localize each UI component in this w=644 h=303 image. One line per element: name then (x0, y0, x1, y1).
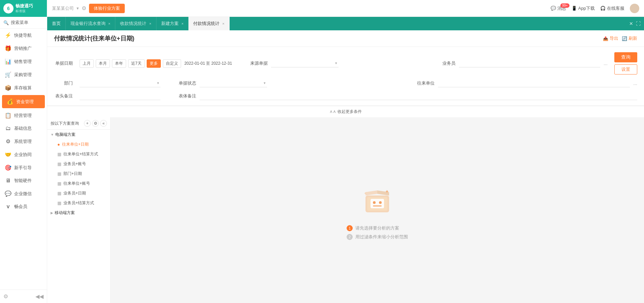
close-all-tabs-icon[interactable]: ✕ (629, 21, 633, 26)
salesman-ellipsis[interactable]: ... (604, 61, 608, 66)
scheme-item-counterpart-settle[interactable]: ▦ 往来单位+结算方式 (47, 149, 110, 159)
tab-bank-flow[interactable]: 现金银行流水查询 × (66, 17, 115, 30)
nav-icon-operations: 📋 (5, 112, 11, 119)
dept-select-wrapper: ▾ (80, 79, 160, 87)
counterpart-input[interactable] (438, 79, 630, 87)
logo-text-group: 畅捷通巧 标准版 (16, 3, 33, 14)
scheme-group-mobile[interactable]: ▶ 移动端方案 (47, 208, 110, 218)
industry-plan-button[interactable]: 体验行业方案 (89, 4, 125, 13)
tab-home[interactable]: 首页 (47, 17, 66, 30)
scheme-item-salesman-account[interactable]: ▦ 业务员+账号 (47, 159, 110, 169)
table-head-note-input[interactable] (80, 92, 160, 100)
refresh-button[interactable]: 🔄 刷新 (622, 35, 637, 41)
sidebar-search[interactable]: 🔍 搜索菜单 (0, 17, 47, 29)
sidebar-item-wechat[interactable]: 💬 企业微信 (0, 187, 47, 200)
export-button[interactable]: 📤 导出 (603, 35, 618, 41)
query-button[interactable]: 查询 (614, 52, 637, 62)
online-service-button[interactable]: 🎧 在线客服 (600, 5, 624, 11)
scheme-group-mobile-label: 移动端方案 (55, 210, 75, 216)
dropdown-icon[interactable]: ▾ (77, 6, 79, 11)
voucher-status-select[interactable] (200, 79, 267, 87)
nav-icon-quick: ⚡ (5, 32, 11, 38)
date-btn-custom[interactable]: 自定义 (163, 59, 181, 68)
collapse-icon: ∧∧ (329, 109, 336, 114)
dept-label: 部门 (54, 80, 73, 86)
source-voucher-select[interactable] (271, 59, 339, 67)
sidebar-item-purchase[interactable]: 🛒 采购管理 (0, 68, 47, 81)
date-btn-7days[interactable]: 近7天 (128, 59, 145, 68)
tab-bank-flow-close[interactable]: × (108, 22, 110, 26)
nav-label-inventory: 库存核算 (14, 85, 32, 91)
scheme-item-label-counterpart-account: 往来单位+账号 (63, 181, 90, 186)
tab-bank-flow-label: 现金银行流水查询 (70, 21, 106, 27)
dept-select[interactable] (80, 79, 160, 87)
collapse-bar[interactable]: ∧∧ 收起更多条件 (47, 106, 644, 117)
sidebar-item-basic-info[interactable]: 🗂 基础信息 (0, 122, 47, 135)
sidebar-nav: ⚡ 快捷导航 🎁 营销推广 📊 销售管理 🛒 采购管理 📦 库存核算 💰 资金管… (0, 29, 47, 290)
tip-num-1: 1 (347, 225, 353, 231)
topbar-settings-icon[interactable]: ⚙ (82, 5, 86, 11)
scheme-item-counterpart-account[interactable]: ▦ 往来单位+账号 (47, 179, 110, 188)
tip-text-1: 请先选择要分析的方案 (355, 225, 399, 231)
setting-button[interactable]: 设置 (614, 64, 637, 74)
scheme-settings-button[interactable]: ⚙ (92, 120, 99, 127)
empty-tip-2: 2 用过滤条件来缩小分析范围 (347, 234, 408, 240)
sidebar-item-member[interactable]: V 畅会员 (0, 200, 47, 213)
sidebar-item-sales[interactable]: 📊 销售管理 (0, 55, 47, 68)
nav-label-wechat: 企业微信 (14, 191, 32, 197)
search-icon: 🔍 (3, 20, 9, 25)
sidebar-item-system[interactable]: ⚙ 系统管理 (0, 135, 47, 148)
counterpart-ellipsis[interactable]: ... (633, 81, 637, 86)
scheme-item-label-counterpart-settle: 往来单位+结算方式 (63, 151, 98, 157)
content-area: 付款情况统计(往来单位+日期) 📤 导出 🔄 刷新 单据日期 上月 本月 (47, 30, 644, 303)
sidebar-item-quick-nav[interactable]: ⚡ 快捷导航 (0, 29, 47, 42)
expand-tab-icon[interactable]: ⛶ (636, 21, 641, 26)
scheme-group-desktop[interactable]: ▼ 电脑端方案 (47, 130, 110, 140)
sidebar-item-marketing[interactable]: 🎁 营销推广 (0, 42, 47, 55)
nav-label-guide: 新手引导 (14, 165, 32, 171)
main-content-empty: ✦ ✦ 1 请先选择要分析的方案 2 用过滤条件来缩小分析范围 (111, 117, 644, 303)
settings-icon[interactable]: ⚙ (3, 293, 8, 300)
sidebar-item-guide[interactable]: 🎯 新手引导 (0, 161, 47, 174)
scheme-group-arrow: ▼ (51, 133, 54, 137)
nav-icon-sales: 📊 (5, 58, 11, 65)
refresh-label: 刷新 (628, 35, 637, 41)
scheme-item-counterpart-date[interactable]: ● 往来单位+日期 (47, 140, 110, 149)
scheme-item-label-salesman-account: 业务员+账号 (63, 161, 86, 167)
nav-icon-finance: 💰 (7, 98, 13, 105)
date-btn-last-month[interactable]: 上月 (80, 59, 94, 68)
sidebar-item-operations[interactable]: 📋 经营管理 (0, 109, 47, 122)
sidebar-item-enterprise[interactable]: 🤝 企业协同 (0, 148, 47, 161)
date-btn-more[interactable]: 更多 (147, 59, 161, 68)
sidebar-item-inventory[interactable]: 📦 库存核算 (0, 81, 47, 94)
nav-label-system: 系统管理 (14, 139, 32, 145)
user-avatar[interactable] (630, 4, 639, 13)
scheme-item-salesman-settle[interactable]: ▦ 业务员+结算方式 (47, 198, 110, 208)
service-icon: 🎧 (600, 6, 606, 11)
collapse-scheme-button[interactable]: « (100, 120, 107, 127)
add-scheme-button[interactable]: + (84, 120, 91, 127)
tab-collection-close[interactable]: × (149, 22, 151, 26)
sidebar-item-finance[interactable]: 💰 资金管理 (2, 95, 45, 108)
scheme-header-buttons: + ⚙ « (84, 120, 107, 127)
sidebar-item-hardware[interactable]: 🖥 智能硬件 (0, 174, 47, 187)
scheme-item-icon-salesman-date: ▦ (57, 191, 61, 196)
add-scheme-icon: + (86, 121, 88, 126)
table-body-note-input[interactable] (200, 92, 637, 100)
tab-collection-stats[interactable]: 收款情况统计 × (115, 17, 156, 30)
message-badge: 99+ (560, 3, 569, 8)
scheme-item-icon-salesman-settle: ▦ (57, 201, 61, 206)
collapse-sidebar-icon[interactable]: ◀◀ (35, 293, 43, 300)
message-button[interactable]: 💬 消息 99+ (551, 5, 566, 11)
tab-new-plan[interactable]: 新建方案 × (156, 17, 188, 30)
scheme-item-dept-date[interactable]: ▦ 部门+日期 (47, 169, 110, 179)
app-download-button[interactable]: 📱 App下载 (572, 5, 595, 11)
salesman-input[interactable] (459, 59, 600, 67)
date-btn-this-year[interactable]: 本年 (112, 59, 126, 68)
scheme-item-salesman-date[interactable]: ▦ 业务员+日期 (47, 188, 110, 198)
date-btn-this-month[interactable]: 本月 (96, 59, 110, 68)
scheme-item-icon-counterpart-date: ● (57, 142, 60, 147)
tab-new-plan-close[interactable]: × (181, 22, 183, 26)
tab-payment-stats[interactable]: 付款情况统计 × (188, 17, 229, 30)
tab-payment-close[interactable]: × (222, 22, 224, 26)
